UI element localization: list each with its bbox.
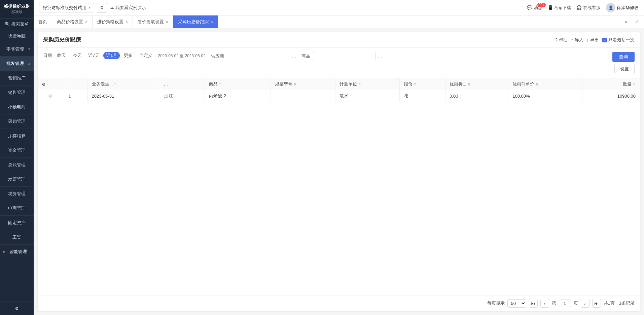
page-input[interactable] (559, 300, 571, 307)
supplier-more-icon[interactable]: ... (292, 54, 296, 59)
sidebar-item-finance[interactable]: 资金管理 (0, 143, 34, 158)
th-price[interactable]: 报价 ⇅ (400, 78, 445, 90)
tab-bar: 首页 商品价格设置 × 进价策略设置 × 售价提取设置 × 采购历史价跟踪 × … (34, 15, 644, 28)
date-option-yesterday[interactable]: 昨天 (55, 52, 69, 59)
next-page-icon: › (584, 301, 585, 306)
tab-maximize-button[interactable]: ⤢ (632, 17, 641, 27)
supplier-input[interactable] (227, 52, 289, 60)
next-page-button[interactable]: › (581, 299, 589, 308)
message-button[interactable]: 💬 消息 99+ (527, 5, 542, 11)
sidebar-search[interactable]: 🔍 搜索菜单 (0, 19, 34, 30)
tab-purchase-history[interactable]: 采购历史价跟踪 × (173, 15, 218, 28)
th-biz-date[interactable]: 业务发生... ⇅ (87, 78, 160, 90)
tab-purchase-strategy[interactable]: 进价策略设置 × (93, 15, 133, 28)
th-pre-discount-price[interactable]: 优惠前单价 ⇅ (508, 78, 582, 90)
page-container: 采购历史价跟踪 ? 帮助 ↑ 导入 ↓ 导出 ✓ (34, 28, 644, 315)
sort-icon: ⇅ (468, 82, 470, 86)
tab-close-price[interactable]: × (85, 20, 87, 24)
sidebar-quick-nav[interactable]: 快捷导航 (0, 30, 34, 42)
goods-input[interactable] (313, 52, 375, 60)
sidebar-item-purchase[interactable]: 采购管理 (0, 114, 34, 129)
import-button[interactable]: ↑ 导入 (571, 37, 583, 43)
row-pre-discount-price: 10900.00 (582, 90, 640, 102)
sidebar-item-wholesale[interactable]: 批发管理 ▲ (0, 57, 34, 71)
mobile-icon: 📱 (548, 5, 553, 10)
date-options: 昨天 今天 近7天 近1月 更多 自定义 (55, 52, 155, 59)
first-page-button[interactable]: ⏮ (529, 299, 538, 308)
goods-more-icon[interactable]: ... (378, 54, 382, 59)
th-goods[interactable]: 商品 ⇅ (205, 78, 271, 90)
last-page-icon: ⏭ (594, 301, 599, 306)
topbar-settings-button[interactable]: ⚙ (97, 3, 107, 13)
row-goods: 丙烯酸-2-... (205, 90, 271, 102)
sort-icon: ⇅ (536, 82, 538, 86)
chevron-down-icon: ▼ (28, 47, 31, 51)
row-settings-icon[interactable]: ⚙ (38, 90, 64, 102)
sidebar-item-ledger[interactable]: 总账管理 (0, 158, 34, 172)
sidebar-item-smart[interactable]: 智能管理 (0, 245, 34, 259)
date-option-today[interactable]: 今天 (70, 52, 84, 59)
data-table: ⚙ 业务发生... ⇅ ... (38, 78, 640, 102)
app-selector-label: 好业财标准版交付试用 (43, 5, 86, 11)
user-name: 徐泽华修改 (617, 5, 639, 11)
row-price: 吨 (400, 90, 445, 102)
sidebar-item-retail[interactable]: 零售管理 ▼ (0, 42, 34, 57)
th-row-num (64, 78, 87, 90)
prev-page-button[interactable]: ‹ (540, 299, 549, 308)
tab-close-purchase-strategy[interactable]: × (126, 20, 128, 24)
help-button[interactable]: ? 帮助 (555, 37, 568, 43)
tab-close-purchase-history[interactable]: × (211, 20, 213, 24)
sidebar-item-inventory[interactable]: 库存核算 (0, 129, 34, 143)
per-page-select[interactable]: 50 10 20 100 (507, 299, 526, 308)
only-last-checkbox[interactable]: ✓ 只看最后一次 (602, 37, 635, 43)
help-icon: ? (555, 37, 558, 42)
row-quote: 0.00 (445, 90, 508, 102)
date-option-1month[interactable]: 近1月 (103, 52, 120, 59)
tab-price[interactable]: 商品价格设置 × (52, 15, 93, 28)
avatar: 👤 (606, 3, 615, 12)
export-button[interactable]: ↓ 导出 (587, 37, 599, 43)
th-discount[interactable]: 优惠折... ⇅ (445, 78, 508, 90)
th-spec[interactable]: 规格型号 ⇅ (271, 78, 335, 90)
tab-home[interactable]: 首页 (34, 15, 52, 28)
total-info: 共1页，1条记录 (604, 300, 635, 306)
th-more[interactable]: ... (160, 78, 205, 90)
sort-icon: ⇅ (219, 82, 222, 86)
first-page-icon: ⏮ (531, 301, 535, 306)
sidebar-item-ecommerce-small[interactable]: 小畅电商 (0, 100, 34, 114)
sidebar-item-sales[interactable]: 销售管理 (0, 85, 34, 100)
topbar: 好业财标准版交付试用 ▾ ⚙ ☁ 我要看实例演示 💬 消息 99+ 📱 App下… (34, 0, 644, 15)
chevron-down-icon: ▾ (88, 5, 91, 10)
date-option-more[interactable]: 更多 (121, 52, 135, 59)
sidebar-item-invoice[interactable]: 发票管理 (0, 172, 34, 187)
sidebar-item-ecommerce[interactable]: 电商管理 (0, 201, 34, 216)
query-button[interactable]: 查询 (612, 52, 635, 62)
sidebar-item-marketing[interactable]: 营销推广 (0, 71, 34, 85)
th-unit[interactable]: 计量单位 ⇅ (335, 78, 400, 90)
user-info[interactable]: 👤 徐泽华修改 (606, 3, 639, 12)
tab-close-sale-extract[interactable]: × (166, 20, 168, 24)
date-option-7days[interactable]: 近7天 (85, 52, 102, 59)
filter-settings-button[interactable]: 设置 (614, 64, 635, 74)
tab-minimize-button[interactable]: × (621, 17, 631, 27)
th-quantity[interactable]: 数量 ⇅ (582, 78, 640, 90)
tab-sale-extract[interactable]: 售价提取设置 × (133, 15, 173, 28)
chevron-up-icon: ▲ (28, 62, 31, 65)
online-service-button[interactable]: 🎧 在线客服 (576, 5, 601, 11)
sidebar-logo: 畅捷通好业财 标准版 (0, 0, 34, 19)
app-selector[interactable]: 好业财标准版交付试用 ▾ (39, 3, 94, 12)
sidebar-item-payroll[interactable]: 工资 (0, 230, 34, 245)
sidebar-settings[interactable]: ⚙ (0, 302, 34, 315)
row-biz-date: 2023-05-31 (87, 90, 160, 102)
date-option-custom[interactable]: 自定义 (137, 52, 155, 59)
export-icon: ↓ (587, 37, 589, 42)
sidebar-item-assets[interactable]: 固定资产 (0, 216, 34, 230)
goods-filter-label: 商品 (301, 53, 310, 59)
headset-icon: 🎧 (576, 5, 582, 10)
th-settings[interactable]: ⚙ (38, 78, 64, 90)
sidebar-item-tax[interactable]: 税务管理 (0, 187, 34, 201)
app-download-button[interactable]: 📱 App下载 (548, 5, 571, 11)
demo-link[interactable]: ☁ 我要看实例演示 (110, 5, 146, 11)
last-page-button[interactable]: ⏭ (592, 299, 601, 308)
table-area: ⚙ 业务发生... ⇅ ... (38, 78, 640, 295)
